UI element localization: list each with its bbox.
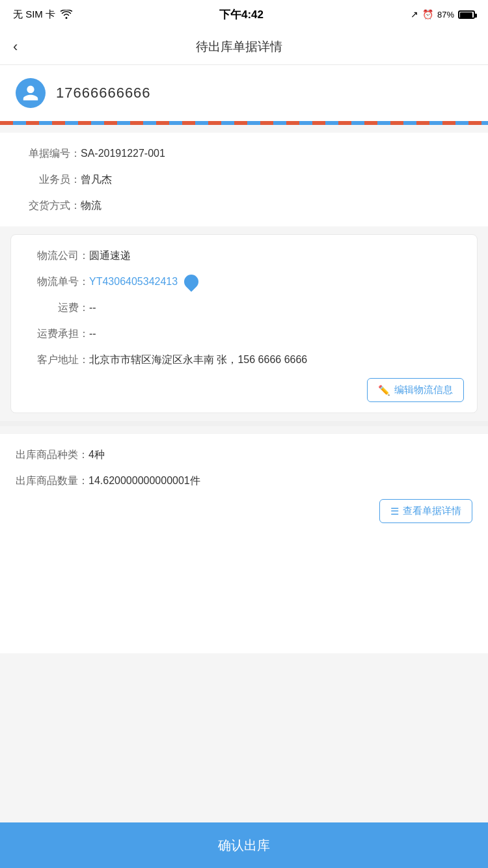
address-label: 客户地址： [24, 352, 89, 368]
section-separator [0, 421, 488, 426]
spacer-area [0, 536, 488, 653]
customer-header: 17666666666 [0, 65, 488, 121]
freight-bearer-label: 运费承担： [24, 326, 89, 342]
location-pin-icon[interactable] [182, 271, 202, 292]
delivery-label: 交货方式： [16, 198, 81, 213]
page-title: 待出库单据详情 [31, 38, 448, 55]
salesman-value: 曾凡杰 [81, 172, 472, 187]
confirm-label: 确认出库 [218, 837, 270, 854]
freight-label: 运费： [24, 300, 89, 316]
tracking-row: 物流单号： YT4306405342413 [24, 274, 464, 290]
types-label: 出库商品种类： [16, 447, 88, 463]
company-row: 物流公司： 圆通速递 [24, 248, 464, 264]
outbound-section: 出库商品种类： 4种 出库商品数量： 14.620000000000001件 ☰… [0, 434, 488, 536]
avatar [16, 78, 46, 108]
document-icon: ☰ [390, 506, 399, 517]
dashed-divider [0, 121, 488, 125]
view-detail-area: ☰ 查看单据详情 [16, 499, 472, 523]
status-right: ↗ ⏰ 87% [411, 9, 475, 20]
status-left: 无 SIM 卡 [13, 8, 72, 21]
order-no-value: SA-20191227-001 [81, 146, 472, 161]
back-button[interactable]: ‹ [13, 40, 18, 54]
status-bar: 无 SIM 卡 下午4:42 ↗ ⏰ 87% [0, 0, 488, 29]
status-time: 下午4:42 [219, 7, 264, 22]
view-detail-label: 查看单据详情 [403, 505, 461, 517]
order-no-label: 单据编号： [16, 146, 81, 161]
order-no-row: 单据编号： SA-20191227-001 [16, 146, 472, 161]
salesman-label: 业务员： [16, 172, 81, 187]
wifi-icon [61, 10, 72, 19]
quantity-row: 出库商品数量： 14.620000000000001件 [16, 473, 472, 489]
quantity-label: 出库商品数量： [16, 473, 88, 489]
types-row: 出库商品种类： 4种 [16, 447, 472, 463]
freight-bearer-value: -- [89, 326, 464, 342]
battery-icon [458, 10, 475, 19]
tracking-number: YT4306405342413 [89, 274, 178, 290]
types-value: 4种 [88, 447, 472, 463]
carrier-text: 无 SIM 卡 [13, 8, 55, 21]
user-icon [21, 84, 40, 102]
tracking-value: YT4306405342413 [89, 274, 464, 290]
edit-logistics-area: ✏️ 编辑物流信息 [24, 378, 464, 402]
battery-percent: 87% [437, 10, 454, 20]
customer-phone: 17666666666 [56, 85, 151, 102]
edit-logistics-label: 编辑物流信息 [394, 384, 453, 396]
tracking-label: 物流单号： [24, 274, 89, 290]
basic-info-section: 单据编号： SA-20191227-001 业务员： 曾凡杰 交货方式： 物流 [0, 133, 488, 226]
freight-value: -- [89, 300, 464, 316]
address-row: 客户地址： 北京市市辖区海淀区永丰南 张，156 6666 6666 [24, 352, 464, 368]
edit-icon: ✏️ [378, 385, 390, 396]
edit-logistics-button[interactable]: ✏️ 编辑物流信息 [367, 378, 464, 402]
logistics-section: 物流公司： 圆通速递 物流单号： YT4306405342413 运费： -- … [10, 234, 478, 413]
delivery-value: 物流 [81, 198, 472, 213]
confirm-outbound-button[interactable]: 确认出库 [0, 822, 488, 868]
delivery-row: 交货方式： 物流 [16, 198, 472, 213]
view-detail-button[interactable]: ☰ 查看单据详情 [379, 499, 472, 523]
company-label: 物流公司： [24, 248, 89, 264]
company-value: 圆通速递 [89, 248, 464, 264]
address-value: 北京市市辖区海淀区永丰南 张，156 6666 6666 [89, 352, 464, 368]
freight-bearer-row: 运费承担： -- [24, 326, 464, 342]
alarm-icon: ⏰ [422, 9, 433, 20]
freight-row: 运费： -- [24, 300, 464, 316]
nav-bar: ‹ 待出库单据详情 [0, 29, 488, 65]
location-icon: ↗ [411, 9, 418, 20]
quantity-value: 14.620000000000001件 [88, 473, 472, 489]
salesman-row: 业务员： 曾凡杰 [16, 172, 472, 187]
